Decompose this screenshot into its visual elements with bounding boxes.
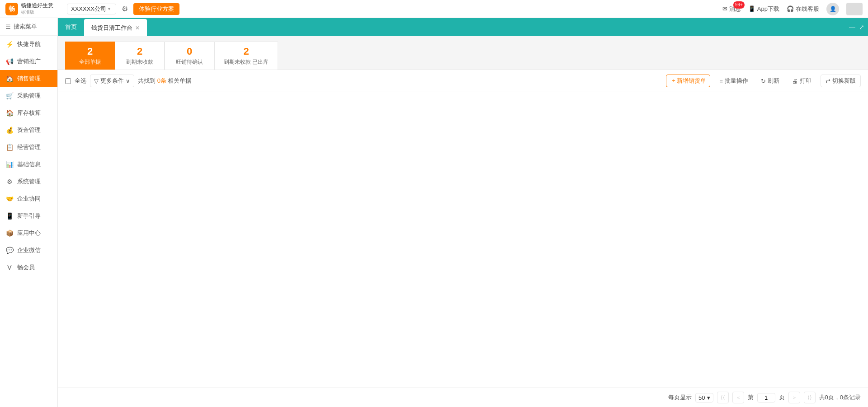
sidebar-item-marketing[interactable]: 📢 营销推广 — [0, 53, 57, 70]
switch-version-button[interactable]: ⇄ 切换新版 — [821, 75, 861, 87]
sidebar-item-sales[interactable]: 🏠 销售管理 — [0, 70, 57, 87]
member-icon: V — [5, 264, 14, 271]
select-all-checkbox[interactable] — [65, 78, 71, 84]
sidebar-label-cooperation: 企业协同 — [17, 195, 41, 203]
batch-icon: ≡ — [719, 78, 723, 84]
stat-tab-overdue[interactable]: 2 到期未收款 — [115, 42, 165, 70]
print-label: 打印 — [800, 77, 811, 85]
print-button[interactable]: 🖨 打印 — [788, 75, 815, 87]
sidebar-label-system: 系统管理 — [17, 178, 41, 186]
tab-home[interactable]: 首页 — [58, 18, 84, 36]
chevron-down-icon: ▾ — [108, 6, 110, 11]
toolbar-left: 全选 ▽ 更多条件 ∨ 共找到 0条 相关单据 — [65, 75, 191, 87]
page-number-input[interactable] — [757, 393, 775, 402]
page-next-button[interactable]: ＞ — [788, 392, 800, 403]
content-area: 首页 钱货日清工作台 ✕ — ⤢ 2 全部单据 2 到期未收款 — [58, 18, 868, 407]
toolbar: 全选 ▽ 更多条件 ∨ 共找到 0条 相关单据 — [58, 70, 868, 92]
system-icon: ⚙ — [5, 178, 14, 185]
stat-label-pending: 旺铺待确认 — [176, 58, 203, 66]
sidebar-item-wechat[interactable]: 💬 企业微信 — [0, 242, 57, 259]
switch-icon: ⇄ — [826, 78, 830, 84]
inventory-icon: 🏠 — [5, 109, 14, 117]
sidebar-label-inventory: 库存核算 — [17, 109, 41, 117]
online-service-item[interactable]: 🎧 在线客服 — [787, 5, 819, 13]
search-icon: ☰ — [5, 23, 11, 30]
message-icon-item[interactable]: ✉ 消息 99+ — [722, 5, 741, 13]
tab-bar: 首页 钱货日清工作台 ✕ — ⤢ — [58, 18, 868, 36]
filter-button[interactable]: ▽ 更多条件 ∨ — [90, 75, 134, 87]
sidebar-label-operations: 经营管理 — [17, 143, 41, 151]
avatar[interactable]: 👤 — [826, 3, 839, 15]
company-selector[interactable]: XXXXXX公司 ▾ — [67, 4, 116, 14]
user-panel[interactable] — [846, 3, 863, 15]
sidebar-item-finance[interactable]: 💰 资金管理 — [0, 122, 57, 139]
stat-num-pending: 0 — [187, 46, 192, 57]
sidebar-item-guide[interactable]: 📱 新手引导 — [0, 207, 57, 225]
refresh-button[interactable]: ↻ 刷新 — [757, 75, 783, 87]
tab-minimize-icon[interactable]: — — [849, 23, 855, 31]
basic-info-icon: 📊 — [5, 161, 14, 168]
sidebar-item-member[interactable]: V 畅会员 — [0, 259, 57, 276]
wechat-icon: 💬 — [5, 247, 14, 254]
stat-num-all: 2 — [87, 46, 93, 57]
found-count: 0条 — [157, 77, 166, 84]
stat-label-overdue-shipped: 到期未收款 已出库 — [224, 58, 269, 66]
pagination: 每页显示 50 ▾ ⟨⟨ ＜ 第 页 ＞ ⟩⟩ 共0页，0条记录 — [58, 388, 868, 407]
sidebar-label-marketing: 营销推广 — [17, 57, 41, 65]
main-layout: ☰ 搜索菜单 ⚡ 快捷导航 📢 营销推广 🏠 销售管理 🛒 采购管理 🏠 库存核… — [0, 18, 868, 407]
page-last-button[interactable]: ⟩⟩ — [804, 392, 816, 403]
stat-tab-pending[interactable]: 0 旺铺待确认 — [165, 42, 214, 70]
sales-icon: 🏠 — [5, 75, 14, 82]
sidebar-item-quick-nav[interactable]: ⚡ 快捷导航 — [0, 36, 57, 53]
header-right: ✉ 消息 99+ 📱 App下载 🎧 在线客服 👤 — [722, 3, 863, 15]
sidebar-item-cooperation[interactable]: 🤝 企业协同 — [0, 190, 57, 207]
filter-icon: ▽ — [94, 78, 99, 84]
stat-num-overdue: 2 — [137, 46, 142, 57]
found-suffix: 相关单据 — [168, 77, 191, 84]
search-label: 搜索菜单 — [14, 23, 37, 31]
sidebar-item-basic-info[interactable]: 📊 基础信息 — [0, 156, 57, 173]
page-size-select[interactable]: 50 ▾ — [695, 393, 713, 402]
print-icon: 🖨 — [792, 78, 798, 84]
toolbar-right: + 新增销货单 ≡ 批量操作 ↻ 刷新 🖨 打印 — [666, 75, 861, 87]
app-download-label: App下载 — [757, 5, 779, 13]
page-first-button[interactable]: ⟨⟨ — [717, 392, 729, 403]
refresh-label: 刷新 — [768, 77, 779, 85]
logo-area: 畅 畅捷通好生意 标准版 — [5, 2, 63, 16]
cooperation-icon: 🤝 — [5, 195, 14, 202]
trial-button[interactable]: 体验行业方案 — [133, 3, 179, 15]
message-badge: 99+ — [733, 1, 745, 9]
sidebar-item-inventory[interactable]: 🏠 库存核算 — [0, 104, 57, 122]
stat-label-overdue: 到期未收款 — [126, 58, 153, 66]
settings-icon[interactable]: ⚙ — [120, 3, 130, 15]
batch-operation-button[interactable]: ≡ 批量操作 — [716, 75, 752, 87]
page-prev-button[interactable]: ＜ — [732, 392, 744, 403]
sidebar-item-purchase[interactable]: 🛒 采购管理 — [0, 87, 57, 104]
sidebar-label-member: 畅会员 — [17, 263, 35, 271]
app-download-item[interactable]: 📱 App下载 — [748, 5, 779, 13]
tab-workspace[interactable]: 钱货日清工作台 ✕ — [84, 19, 147, 37]
refresh-icon: ↻ — [761, 78, 766, 84]
found-text: 共找到 0条 相关单据 — [138, 77, 191, 85]
batch-label: 批量操作 — [725, 77, 748, 85]
sidebar-item-app-center[interactable]: 📦 应用中心 — [0, 225, 57, 242]
add-btn-label: + 新增销货单 — [672, 77, 706, 85]
stat-label-all: 全部单据 — [79, 58, 101, 66]
logo-icon: 畅 — [5, 3, 18, 15]
tab-close-icon[interactable]: ✕ — [135, 25, 140, 31]
finance-icon: 💰 — [5, 126, 14, 134]
stat-tab-overdue-shipped[interactable]: 2 到期未收款 已出库 — [214, 42, 278, 70]
add-sales-order-button[interactable]: + 新增销货单 — [666, 75, 710, 87]
filter-arrow-icon: ∨ — [126, 78, 130, 84]
stat-tab-all[interactable]: 2 全部单据 — [65, 42, 115, 70]
page-text-prefix: 第 — [748, 393, 754, 402]
tab-maximize-icon[interactable]: ⤢ — [859, 23, 864, 31]
app-icon: 📱 — [748, 5, 755, 12]
logo-sub: 标准版 — [21, 9, 53, 15]
sidebar-item-operations[interactable]: 📋 经营管理 — [0, 139, 57, 156]
sidebar-search[interactable]: ☰ 搜索菜单 — [0, 18, 57, 36]
purchase-icon: 🛒 — [5, 92, 14, 99]
sidebar-item-system[interactable]: ⚙ 系统管理 — [0, 173, 57, 190]
sidebar: ☰ 搜索菜单 ⚡ 快捷导航 📢 营销推广 🏠 销售管理 🛒 采购管理 🏠 库存核… — [0, 18, 58, 407]
quick-nav-icon: ⚡ — [5, 41, 14, 48]
